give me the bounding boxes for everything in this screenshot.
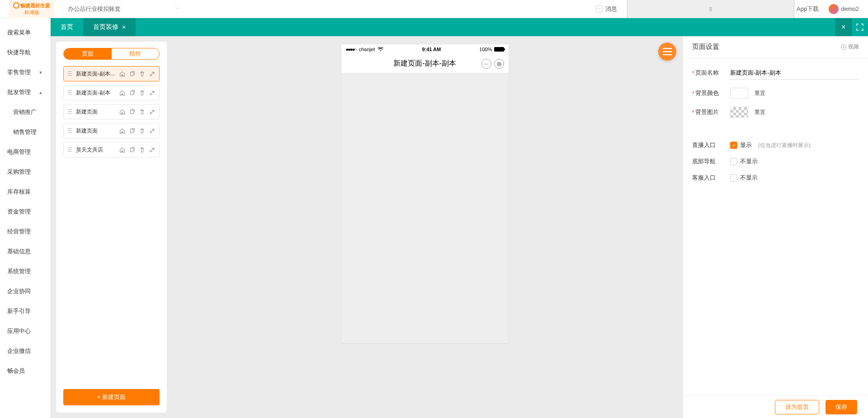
bottom-nav-check-label: 不显示: [740, 157, 758, 166]
share-icon[interactable]: [148, 146, 156, 153]
home-icon[interactable]: [118, 108, 126, 115]
phone-preview: ●●●●○ chanjet 9:41 AM 100% 新建页面-副本-副本: [341, 44, 509, 343]
sidenav-item-8[interactable]: 库存核算: [0, 182, 50, 202]
delete-icon[interactable]: [138, 127, 146, 134]
service-entry-checkbox[interactable]: 不显示: [730, 174, 758, 182]
sidenav-item-3[interactable]: 批发管理▲: [0, 82, 50, 102]
battery: 100%: [479, 47, 504, 52]
page-row[interactable]: ☰新建页面-副本...: [63, 66, 160, 81]
field-live-entry: 直播入口 ✓ 显示 (仅当进行直播时展示): [692, 141, 859, 149]
account-select[interactable]: 办公品行业模拟账套 ﹀: [68, 5, 180, 13]
sidenav-item-4[interactable]: 营销推广: [0, 102, 50, 122]
bg-image-label: 背景图片: [695, 108, 719, 116]
bg-image-reset[interactable]: 重置: [755, 109, 765, 116]
tab-decorate-label: 首页装修: [93, 23, 118, 31]
drag-icon[interactable]: ☰: [67, 90, 72, 96]
save-button[interactable]: 保存: [826, 400, 857, 414]
tab-decorate[interactable]: 首页装修 ×: [83, 18, 136, 36]
app-download-label: App下载: [797, 5, 819, 13]
phone-time: 9:41 AM: [383, 47, 479, 52]
svg-rect-0: [130, 72, 133, 76]
tabstrip: 首页 首页装修 × ×: [51, 18, 868, 36]
home-icon[interactable]: [118, 89, 126, 96]
home-icon[interactable]: [118, 70, 126, 77]
delete-icon[interactable]: [138, 146, 146, 153]
sidenav-item-5[interactable]: 销售管理: [0, 122, 50, 142]
share-icon[interactable]: [148, 108, 156, 115]
share-icon[interactable]: [148, 127, 156, 134]
sidenav-item-9[interactable]: 资金管理: [0, 202, 50, 222]
copy-icon[interactable]: [128, 89, 136, 96]
close-all-icon[interactable]: ×: [835, 18, 852, 36]
sidenav-item-label: 企业协同: [7, 287, 31, 295]
delete-icon[interactable]: [138, 70, 146, 77]
share-icon[interactable]: [148, 89, 156, 96]
phone-body[interactable]: [341, 73, 509, 343]
messages-link[interactable]: ⋯ 消息: [596, 5, 617, 13]
bg-color-reset[interactable]: 重置: [755, 90, 765, 97]
sidenav-item-6[interactable]: 电商管理: [0, 142, 50, 162]
user-menu[interactable]: demo2: [829, 4, 859, 14]
copy-icon[interactable]: [128, 108, 136, 115]
copy-icon[interactable]: [128, 70, 136, 77]
delete-icon[interactable]: [138, 108, 146, 115]
copy-icon[interactable]: [128, 127, 136, 134]
sidenav-item-16[interactable]: 企业微信: [0, 341, 50, 361]
sidenav-item-10[interactable]: 经营管理: [0, 222, 50, 242]
hamburger-icon: [663, 48, 672, 55]
drag-icon[interactable]: ☰: [67, 71, 72, 77]
live-entry-checkbox[interactable]: ✓ 显示: [730, 141, 752, 149]
page-row[interactable]: ☰昊天文具店: [63, 142, 160, 157]
right-panel: 页面设置 视频 *页面名称 *背景颜色 重置: [683, 36, 868, 418]
right-panel-title: 页面设置: [692, 43, 719, 51]
drag-icon[interactable]: ☰: [67, 147, 72, 153]
sidenav-item-17[interactable]: 畅会员: [0, 361, 50, 381]
page-row-name: 昊天文具店: [76, 146, 115, 154]
copy-icon[interactable]: [128, 146, 136, 153]
checkbox-off-icon: [730, 174, 737, 181]
set-home-button[interactable]: 设为首页: [775, 400, 819, 414]
svg-rect-4: [130, 148, 133, 152]
sidenav-item-11[interactable]: 基础信息: [0, 242, 50, 261]
tab-home[interactable]: 首页: [51, 18, 83, 36]
account-select-label: 办公品行业模拟账套: [68, 5, 121, 13]
delete-icon[interactable]: [138, 89, 146, 96]
sidenav-item-2[interactable]: 零售管理▼: [0, 62, 50, 82]
floating-menu-button[interactable]: [658, 43, 676, 61]
new-page-button[interactable]: + 新建页面: [63, 389, 160, 405]
sidenav-item-label: 零售管理: [7, 68, 31, 76]
sidenav-item-13[interactable]: 企业协同: [0, 281, 50, 301]
fullscreen-icon[interactable]: [852, 18, 868, 36]
segment-page[interactable]: 页面: [64, 48, 112, 59]
home-icon[interactable]: [118, 146, 126, 153]
drag-icon[interactable]: ☰: [67, 128, 72, 134]
sidenav-item-14[interactable]: 新手引导: [0, 301, 50, 321]
page-row[interactable]: ☰新建页面: [63, 123, 160, 138]
expand-icon: [856, 24, 863, 31]
page-row-name: 新建页面-副本...: [76, 70, 115, 78]
video-help-link[interactable]: 视频: [841, 43, 859, 51]
close-tab-icon[interactable]: ×: [122, 24, 126, 31]
sidenav-item-1[interactable]: 快捷导航: [0, 43, 50, 62]
work-area: 首页 首页装修 × × 页面 组件 ☰新建页面-副本...☰新建页面-副本☰新建…: [51, 18, 868, 418]
page-row[interactable]: ☰新建页面-副本: [63, 85, 160, 100]
footer: 设为首页 保存: [683, 395, 868, 418]
home-icon[interactable]: [118, 127, 126, 134]
share-icon[interactable]: [148, 70, 156, 77]
segment-component[interactable]: 组件: [112, 48, 160, 59]
sidenav-item-15[interactable]: 应用中心: [0, 321, 50, 341]
bg-image-swatch[interactable]: [730, 107, 748, 118]
more-icon[interactable]: ···: [481, 59, 491, 69]
brand-edition: 标准版: [24, 9, 39, 16]
battery-icon: [494, 47, 504, 52]
sidenav-item-12[interactable]: 系统管理: [0, 261, 50, 281]
target-icon[interactable]: ◎: [494, 59, 504, 69]
sidenav-item-7[interactable]: 采购管理: [0, 162, 50, 182]
drag-icon[interactable]: ☰: [67, 109, 72, 115]
bottom-nav-checkbox[interactable]: 不显示: [730, 157, 758, 166]
svg-rect-1: [130, 91, 133, 95]
bg-color-swatch[interactable]: [730, 88, 748, 99]
sidenav-item-0[interactable]: 搜索菜单: [0, 23, 50, 43]
page-name-input[interactable]: [730, 66, 859, 80]
page-row[interactable]: ☰新建页面: [63, 104, 160, 119]
